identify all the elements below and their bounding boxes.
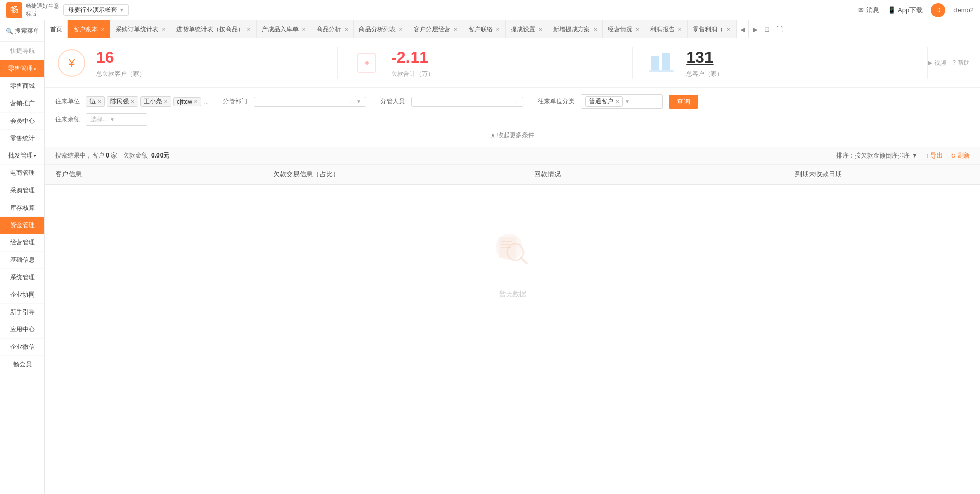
sidebar-item-enterprise-coop[interactable]: 企业协同: [0, 286, 44, 304]
messages-button[interactable]: ✉ 消息: [858, 6, 879, 15]
org-selector[interactable]: 母婴行业演示帐套 ▼: [63, 4, 129, 16]
logo-area: 畅 畅捷通好生意标版: [6, 2, 59, 18]
tab-goods-analysis-list[interactable]: 商品分析列表 ✕: [354, 20, 408, 38]
sidebar-item-inventory[interactable]: 库存核算: [0, 199, 44, 217]
sidebar-item-label: 应用中心: [10, 326, 35, 333]
overdue-customers-value: 16: [96, 48, 145, 67]
quick-nav-label: 快捷导航: [4, 45, 40, 57]
refresh-button[interactable]: ↻ 刷新: [951, 151, 970, 160]
unit-filter-tags: 伍 ✕ 陈民强 ✕ 王小亮 ✕ cjttcw ✕: [86, 96, 209, 107]
tab-instock-stats[interactable]: 进货单统计表（按商品） ✕: [171, 20, 257, 38]
sidebar-item-chang-member[interactable]: 畅会员: [0, 356, 44, 373]
sidebar-item-basic-info[interactable]: 基础信息: [0, 252, 44, 269]
balance-placeholder: 选择...: [90, 115, 108, 124]
sidebar-item-label: 会员中心: [10, 117, 35, 124]
tab-close-icon[interactable]: ✕: [678, 27, 682, 32]
tab-profit-report[interactable]: 利润报告 ✕: [645, 20, 688, 38]
sidebar-item-retail-mgmt[interactable]: 零售管理 ▾: [0, 60, 44, 78]
tab-new-suggest-plan[interactable]: 新增提成方案 ✕: [548, 20, 603, 38]
org-name: 母婴行业演示帐套: [68, 6, 117, 14]
tab-goods-analysis[interactable]: 商品分析 ✕: [311, 20, 354, 38]
sidebar-item-purchase[interactable]: 采购管理: [0, 182, 44, 199]
tab-home[interactable]: 首页: [45, 20, 68, 38]
tab-suggest-settings[interactable]: 提成设置 ✕: [506, 20, 548, 38]
stats-row: ¥ 16 总欠款客户（家） ✦: [45, 38, 980, 88]
tab-customer-segment[interactable]: 客户分层经营 ✕: [408, 20, 463, 38]
tab-biz-situation[interactable]: 经营情况 ✕: [603, 20, 645, 38]
tab-close-icon[interactable]: ✕: [496, 27, 500, 32]
tab-retail-profit[interactable]: 零售利润（ ✕: [688, 20, 736, 38]
unit-class-filter-select[interactable]: 普通客户 ✕ ▼: [581, 94, 663, 109]
stat-total-customers-info: 131 总客户（家）: [686, 48, 723, 78]
search-menu-button[interactable]: 🔍 搜索菜单: [4, 25, 40, 37]
remove-unit-class[interactable]: ✕: [615, 99, 619, 104]
remove-unit-wu[interactable]: ✕: [97, 99, 101, 104]
remove-unit-cjttcw[interactable]: ✕: [194, 99, 198, 104]
sidebar-item-capital[interactable]: 资金管理: [0, 217, 44, 234]
tab-close-icon[interactable]: ✕: [344, 27, 348, 32]
app-download-button[interactable]: 📱 App下载: [887, 6, 923, 15]
avatar[interactable]: D: [931, 3, 945, 17]
filter-row-2: 往来余额 选择... ▼: [55, 113, 970, 126]
video-icon: ▶: [928, 59, 932, 66]
person-filter-select[interactable]: ···: [411, 97, 523, 107]
tab-close-icon[interactable]: ✕: [162, 27, 166, 32]
overdue-amount-label: 欠款合计（万）: [391, 70, 434, 78]
sidebar-item-label: 新手引导: [10, 308, 35, 316]
tab-close-icon[interactable]: ✕: [726, 27, 731, 32]
remove-unit-chen[interactable]: ✕: [130, 99, 134, 104]
tab-purchase-order-stats[interactable]: 采购订单统计表 ✕: [110, 20, 171, 38]
video-help-link[interactable]: ▶ 视频: [928, 59, 946, 68]
tab-customer-connect[interactable]: 客户联络 ✕: [463, 20, 506, 38]
balance-filter-input[interactable]: 选择... ▼: [86, 113, 147, 126]
quick-nav-item[interactable]: 快捷导航: [0, 42, 44, 60]
tab-nav-prev[interactable]: ◀: [736, 20, 748, 38]
tab-nav-fullscreen[interactable]: ⛶: [773, 20, 785, 38]
tab-close-icon[interactable]: ✕: [302, 27, 306, 32]
tab-close-icon[interactable]: ✕: [538, 27, 542, 32]
tab-nav-next[interactable]: ▶: [748, 20, 761, 38]
top-bar-right: ✉ 消息 📱 App下载 D demo2: [858, 3, 974, 17]
sidebar-item-new-guide[interactable]: 新手引导: [0, 304, 44, 321]
dept-filter-select[interactable]: ··· ▼: [254, 97, 366, 107]
sidebar-item-member-center[interactable]: 会员中心: [0, 113, 44, 130]
stat-help-links: ▶ 视频 ? 帮助: [928, 59, 970, 68]
tab-label: 产成品入库单: [262, 25, 299, 34]
dept-filter-label: 分管部门: [223, 97, 247, 106]
total-customers-icon: [645, 47, 678, 79]
tab-close-icon[interactable]: ✕: [101, 27, 105, 32]
tab-close-icon[interactable]: ✕: [593, 27, 597, 32]
sidebar-item-ecommerce[interactable]: 电商管理: [0, 165, 44, 182]
tab-close-icon[interactable]: ✕: [635, 27, 640, 32]
tab-close-icon[interactable]: ✕: [247, 27, 251, 32]
tab-produce-instock[interactable]: 产成品入库单 ✕: [257, 20, 311, 38]
sidebar-item-marketing[interactable]: 营销推广: [0, 95, 44, 113]
unit-tags-more[interactable]: ...: [203, 98, 209, 105]
export-button[interactable]: ↑ 导出: [926, 151, 943, 160]
query-button[interactable]: 查询: [669, 95, 698, 109]
tab-nav-more[interactable]: ⊡: [761, 20, 773, 38]
unit-class-tag: 普通客户 ✕: [585, 96, 623, 107]
tab-close-icon[interactable]: ✕: [453, 27, 458, 32]
logo-icon: 畅: [6, 2, 22, 18]
sidebar-item-retail-mall[interactable]: 零售商城: [0, 78, 44, 95]
tab-label: 提成设置: [511, 25, 535, 34]
result-info: 搜索结果中，客户 0 家 欠款金额 0.00元: [55, 151, 169, 160]
svg-line-13: [521, 258, 527, 263]
collapse-button[interactable]: ∧ 收起更多条件: [55, 130, 970, 141]
sidebar-item-retail-stats[interactable]: 零售统计: [0, 130, 44, 147]
remove-unit-wang[interactable]: ✕: [164, 99, 168, 104]
tab-close-icon[interactable]: ✕: [399, 27, 403, 32]
help-link[interactable]: ? 帮助: [952, 59, 970, 68]
svg-rect-9: [501, 241, 512, 242]
tab-customer-book[interactable]: 客户账本 ✕: [68, 20, 110, 38]
unit-tag-wu: 伍 ✕: [86, 96, 105, 107]
tab-bar: 首页 客户账本 ✕ 采购订单统计表 ✕ 进货单统计表（按商品） ✕ 产成品入库单…: [45, 20, 980, 38]
sidebar-item-operation[interactable]: 经营管理: [0, 234, 44, 252]
sidebar-item-system[interactable]: 系统管理: [0, 269, 44, 286]
svg-text:✦: ✦: [363, 58, 371, 69]
sidebar-item-enterprise-wechat[interactable]: 企业微信: [0, 339, 44, 356]
search-icon: 🔍: [6, 28, 13, 35]
sidebar-item-batch-mgmt[interactable]: 批发管理 ▾: [0, 147, 44, 165]
sidebar-item-app-center[interactable]: 应用中心: [0, 321, 44, 339]
